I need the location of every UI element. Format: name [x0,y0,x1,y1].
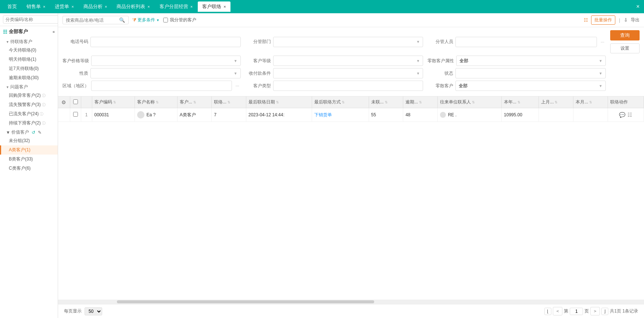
last-method-link[interactable]: 下销货单 [314,112,332,117]
sidebar-tomorrow-pending[interactable]: 明天待联络(1) [0,55,58,64]
row-last-method: 下销货单 [312,108,369,122]
tab-purchase[interactable]: 进货单 × [50,1,78,12]
pending-contact-group[interactable]: ▼ 待联络客户 [0,37,58,46]
retail-attr-select[interactable]: 全部 ▼ [456,56,606,66]
filter-row-2: 客户价格等级 ▼ 客户等级 ▼ 零散客户属性 全部 [62,56,640,66]
col-this-year: 本年... ⇅ [501,96,539,108]
col-overdue: 逾期... ⇅ [403,96,438,108]
col-action-label: 联络动作 [610,99,628,105]
price-level-select[interactable]: ▼ [91,56,241,66]
col-contact-label: 联络... [214,99,226,105]
close-all-tabs[interactable]: × [635,2,641,11]
sort-icon11[interactable]: ⇅ [555,100,558,104]
batch-op-btn[interactable]: 批量操作 [591,15,615,25]
person-dots[interactable]: ··· [599,39,606,45]
tab-sales-close[interactable]: × [43,4,45,9]
query-btn[interactable]: 查询 [610,30,640,40]
horizontal-scrollbar[interactable] [58,300,644,304]
all-customers-header[interactable]: ☷ 全部客户 « [0,26,58,37]
tab-customer-contact-close[interactable]: × [223,4,226,9]
export-btn[interactable]: 导出 [631,17,640,23]
customer-level-select[interactable]: ▼ [273,56,423,66]
overdue-pending-label: 逾期未联络(30) [9,75,39,81]
tab-customer-segment[interactable]: 客户分层经营 × [155,1,197,12]
sidebar-loss-warning[interactable]: 流失预警客户(3) ⓘ [0,100,58,109]
nature-select[interactable]: ▼ [90,68,241,78]
status-select[interactable]: ▼ [455,68,606,78]
sidebar-7days-pending[interactable]: 近7天待联络(0) [0,64,58,73]
sort-icon10[interactable]: ⇅ [518,100,520,104]
filter-cell-retail: 零散客户 全部 ▼ [427,81,610,91]
qr-icon[interactable]: ☷ [627,112,632,118]
sidebar-lost-customers[interactable]: 已流失客户(24) ⓘ [0,109,58,119]
sidebar-overdue-pending[interactable]: 逾期未联络(30) [0,73,58,82]
edit-icon[interactable]: ✎ [38,130,42,135]
tab-analysis-close[interactable]: × [105,4,107,9]
my-customers-checkbox[interactable] [163,18,168,22]
filter-search-input[interactable] [66,18,117,23]
sort-icon[interactable]: ⇅ [113,100,116,104]
row-last-date: 2023-04-12 14:44: [246,108,312,122]
sort-icon5[interactable]: ⇅ [276,100,279,104]
tab-analysis[interactable]: 商品分析 × [79,1,111,12]
person-select[interactable] [455,37,597,47]
tab-home[interactable]: 首页 [3,1,21,12]
dept-select[interactable]: ▼ [273,37,423,47]
sort-icon6[interactable]: ⇅ [342,100,345,104]
last-page-btn[interactable]: ⌋ [601,308,608,315]
problem-customers-group[interactable]: ▼ 问题客户 [0,82,58,91]
col-settings: ⚙ [58,96,70,108]
settings-btn[interactable]: 设置 [610,43,640,53]
my-customers-filter[interactable]: 我分管的客户 [163,17,196,23]
more-conditions-btn[interactable]: ⧩ 更多条件 ▼ [132,17,160,23]
scrollbar-thumb[interactable] [117,300,374,303]
sort-icon7[interactable]: ⇅ [385,100,388,104]
select-all-checkbox[interactable] [73,99,78,104]
tab-customer-segment-close[interactable]: × [190,4,193,9]
phone-input[interactable] [90,37,241,47]
sidebar-search-input[interactable] [3,15,58,24]
chat-icon[interactable]: 💬 [619,112,625,118]
sidebar-a-class[interactable]: A类客户(1) [0,145,58,155]
sidebar-c-class[interactable]: C类客户(6) [0,164,58,173]
chevron-down-icon: ▼ [156,18,160,22]
sort-icon12[interactable]: ⇅ [589,100,592,104]
tab-analysis-list-close[interactable]: × [147,4,150,9]
table-gear-icon[interactable]: ⚙ [61,99,66,105]
region-dots[interactable]: ··· [234,83,241,88]
tab-analysis-list-label: 商品分析列表 [117,3,145,10]
sidebar-collapse-btn[interactable]: « [53,29,55,34]
tab-analysis-list[interactable]: 商品分析列表 × [112,1,154,12]
sort-icon8[interactable]: ⇅ [419,100,422,104]
sidebar-declining-customers[interactable]: 持续下滑客户(2) ⓘ [0,119,58,128]
row-checkbox[interactable] [73,112,78,117]
tab-customer-contact[interactable]: 客户联络 × [198,1,230,12]
type-value: A类客户 [180,112,196,117]
tab-purchase-close[interactable]: × [71,4,74,9]
region-select[interactable] [91,81,232,91]
sort-icon4[interactable]: ⇅ [228,100,230,104]
first-page-btn[interactable]: ⌊ [544,308,551,315]
region-label: 区域（地区） [62,83,89,89]
payment-select[interactable]: ▼ [273,68,423,78]
sidebar-ungrouped[interactable]: 未分组(32) [0,136,58,145]
sidebar-repurchase-abnormal[interactable]: 回购异常客户(2) ⓘ [0,91,58,100]
sidebar-today-pending[interactable]: 今天待联络(0) [0,46,58,55]
sort-icon2[interactable]: ⇅ [156,100,159,104]
filter-search-icon[interactable]: 🔍 [119,17,125,23]
triangle-icon2: ▼ [6,85,9,89]
refresh-icon[interactable]: ↺ [32,130,35,135]
page-number-input[interactable] [570,308,583,315]
prev-page-btn[interactable]: ＜ [553,307,562,315]
page-size-select[interactable]: 50 [85,307,102,315]
sort-icon3[interactable]: ⇅ [193,100,196,104]
tab-analysis-label: 商品分析 [83,3,103,10]
retail-select[interactable]: 全部 ▼ [455,81,606,91]
sidebar-b-class[interactable]: B类客户(33) [0,155,58,164]
more-conditions-label: 更多条件 [137,17,155,23]
sort-icon9[interactable]: ⇅ [472,100,475,104]
tab-sales[interactable]: 销售单 × [22,1,50,12]
customer-type-input[interactable] [273,81,423,91]
next-page-btn[interactable]: ＞ [590,307,600,315]
value-customers-header: ▼ 价值客户 ↺ ✎ [0,128,58,136]
